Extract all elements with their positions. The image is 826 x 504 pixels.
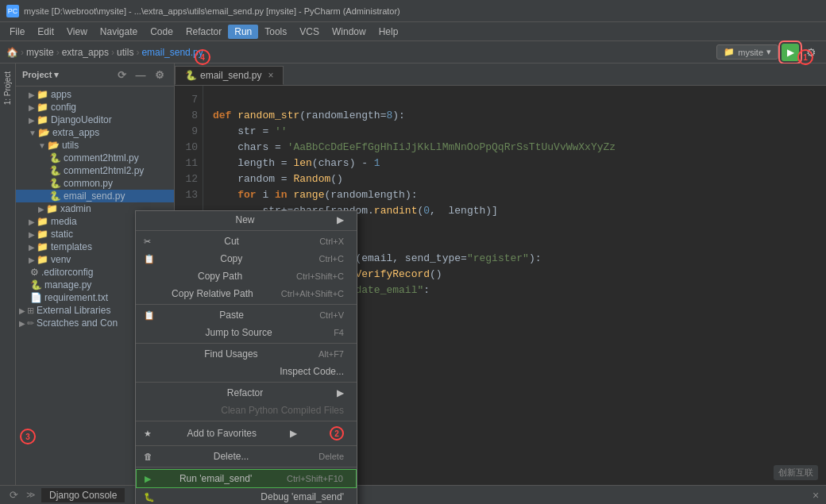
ctx-cut[interactable]: ✂ Cut Ctrl+X	[136, 233, 357, 250]
code-line-7	[213, 92, 805, 108]
tree-email_send[interactable]: 🐍 email_send.py	[16, 190, 174, 202]
ctx-label-copy: Copy	[220, 253, 242, 264]
paste-icon: 📋	[144, 310, 156, 321]
main-area: 1: Project Project ▾ ⟳ — ⚙ ▶ 📁 apps ▶ 📁 …	[0, 63, 826, 485]
ctx-debug-email-send[interactable]: 🐛 Debug 'email_send'	[136, 488, 357, 504]
favorites-icon: ★	[144, 429, 156, 439]
tree-comment2html[interactable]: 🐍 comment2html.py	[16, 152, 174, 164]
tab-django-console[interactable]: Django Console	[41, 488, 125, 502]
navbar: 🏠 › mysite › extra_apps › utils › email_…	[0, 41, 826, 63]
code-line-8: def random_str(randomlength=8):	[213, 108, 805, 124]
close-tab-icon[interactable]: ×	[268, 70, 273, 81]
scroll-gutter	[815, 86, 826, 485]
ctx-copy[interactable]: 📋 Copy Ctrl+C	[136, 250, 357, 267]
tree-comment2html2[interactable]: 🐍 comment2html2.py	[16, 164, 174, 177]
code-line-11: length = len(chars) - 1	[213, 156, 805, 171]
ctx-copy-path[interactable]: Copy Path Ctrl+Shift+C	[136, 267, 357, 285]
ctx-label-new: New	[235, 214, 254, 225]
tree-common[interactable]: 🐍 common.py	[16, 177, 174, 190]
ctx-paste[interactable]: 📋 Paste Ctrl+V	[136, 306, 357, 324]
menu-file[interactable]: File	[3, 25, 31, 39]
ctx-find-usages[interactable]: Find Usages Alt+F7	[136, 345, 357, 363]
menu-view[interactable]: View	[60, 25, 94, 39]
context-menu: New ▶ ✂ Cut Ctrl+X 📋 Copy Ctrl+C Copy Pa…	[135, 210, 357, 504]
debug-icon: 🐛	[144, 492, 156, 502]
project-tab-indicator[interactable]: 1: Project	[2, 67, 14, 110]
tree-utils[interactable]: ▼ 📂 utils	[16, 139, 174, 152]
ctx-shortcut-cut: Ctrl+X	[319, 237, 344, 246]
py-file-icon: 🐍	[185, 70, 197, 81]
bottom-tabs: ⟳ ≫ Django Console ×	[0, 486, 826, 504]
ctx-shortcut-copy-path: Ctrl+Shift+C	[296, 271, 344, 281]
menu-tools[interactable]: Tools	[258, 25, 293, 39]
menu-code[interactable]: Code	[144, 25, 179, 39]
run-button[interactable]: ▶	[782, 44, 799, 61]
menu-edit[interactable]: Edit	[31, 25, 60, 39]
ctx-label-run: Run 'email_send'	[179, 473, 252, 484]
badge-1: 1	[797, 49, 813, 65]
ctx-refactor[interactable]: Refactor ▶	[136, 384, 357, 402]
breadcrumb-mysite[interactable]: 🏠	[6, 47, 18, 58]
tree-config[interactable]: ▶ 📁 config	[16, 101, 174, 113]
sync-icon[interactable]: ⟳	[114, 67, 129, 83]
menu-refactor[interactable]: Refactor	[179, 25, 228, 39]
ctx-sep-4	[136, 382, 357, 383]
ctx-jump-to-source[interactable]: Jump to Source F4	[136, 324, 357, 341]
ctx-shortcut-paste: Ctrl+V	[319, 310, 344, 320]
ctx-run-email-send[interactable]: ▶ Run 'email_send' Ctrl+Shift+F10	[136, 469, 357, 488]
ctx-inspect-code[interactable]: Inspect Code...	[136, 363, 357, 380]
ctx-label-delete: Delete...	[214, 451, 249, 462]
menu-navigate[interactable]: Navigate	[94, 25, 144, 39]
ctx-sep-3	[136, 343, 357, 344]
tree-djangoueditor[interactable]: ▶ 📁 DjangoUeditor	[16, 113, 174, 126]
breadcrumb-extra_apps[interactable]: extra_apps	[62, 47, 109, 58]
ctx-sep-5	[136, 421, 357, 421]
ctx-shortcut-copy: Ctrl+C	[319, 254, 344, 264]
ctx-add-favorites[interactable]: ★ Add to Favorites ▶ 2	[136, 423, 357, 444]
ctx-arrow-favorites: ▶	[290, 428, 297, 439]
watermark: 创新互联	[774, 465, 818, 480]
ctx-shortcut-copy-rel: Ctrl+Alt+Shift+C	[281, 289, 344, 298]
badge-1-container: 1	[797, 49, 813, 65]
badge-4-container: 4	[195, 49, 210, 65]
project-title: Project ▾	[22, 70, 59, 80]
ctx-shortcut-find: Alt+F7	[318, 349, 344, 359]
ctx-shortcut-delete: Delete	[318, 452, 344, 461]
breadcrumb-utils[interactable]: utils	[117, 47, 133, 58]
gear-icon[interactable]: ⚙	[152, 67, 168, 83]
menu-vcs[interactable]: VCS	[293, 25, 326, 39]
ctx-sep-2	[136, 304, 357, 305]
titlebar: PC mysite [D:\webroot\mysite] - ...\extr…	[0, 0, 826, 22]
tree-apps[interactable]: ▶ 📁 apps	[16, 88, 174, 101]
title-text: mysite [D:\webroot\mysite] - ...\extra_a…	[24, 6, 400, 16]
tree-extra_apps[interactable]: ▼ 📂 extra_apps	[16, 126, 174, 139]
badge-2: 2	[330, 426, 344, 441]
ctx-label-favorites: Add to Favorites	[187, 428, 257, 439]
expand-icon[interactable]: ≫	[24, 488, 38, 502]
ctx-copy-relative-path[interactable]: Copy Relative Path Ctrl+Alt+Shift+C	[136, 285, 357, 302]
close-bottom-icon[interactable]: ×	[809, 488, 823, 502]
menu-help[interactable]: Help	[372, 25, 405, 39]
project-selector[interactable]: 📁 mysite ▾	[716, 44, 778, 60]
project-label: mysite	[738, 48, 763, 57]
collapse-icon[interactable]: —	[133, 67, 149, 83]
copy-icon: 📋	[144, 254, 156, 264]
bottom-area: ⟳ ≫ Django Console × 3 ■ ▶ ≫ ≫ ≫ ▶▶ Spec…	[0, 485, 826, 504]
side-panel: 1: Project	[0, 63, 16, 485]
ctx-delete[interactable]: 🗑 Delete... Delete	[136, 448, 357, 465]
breadcrumb-mysite-label[interactable]: mysite	[26, 47, 54, 58]
ctx-sep-6	[136, 445, 357, 446]
ctx-label-refactor: Refactor	[227, 387, 263, 398]
delete-icon: 🗑	[144, 452, 156, 461]
tab-email-send[interactable]: 🐍 email_send.py ×	[175, 66, 284, 85]
rerun-icon[interactable]: ⟳	[6, 488, 21, 502]
code-line-13: for i in range(randomlength):	[213, 187, 805, 203]
project-header: Project ▾ ⟳ — ⚙	[16, 63, 174, 87]
ctx-sep-7	[136, 467, 357, 467]
project-icon: 📁	[724, 47, 735, 57]
menu-run[interactable]: Run	[228, 25, 258, 39]
menu-window[interactable]: Window	[326, 25, 372, 39]
editor-tabs: 🐍 email_send.py ×	[175, 63, 826, 86]
ctx-arrow-refactor: ▶	[337, 387, 344, 398]
ctx-new[interactable]: New ▶	[136, 211, 357, 229]
